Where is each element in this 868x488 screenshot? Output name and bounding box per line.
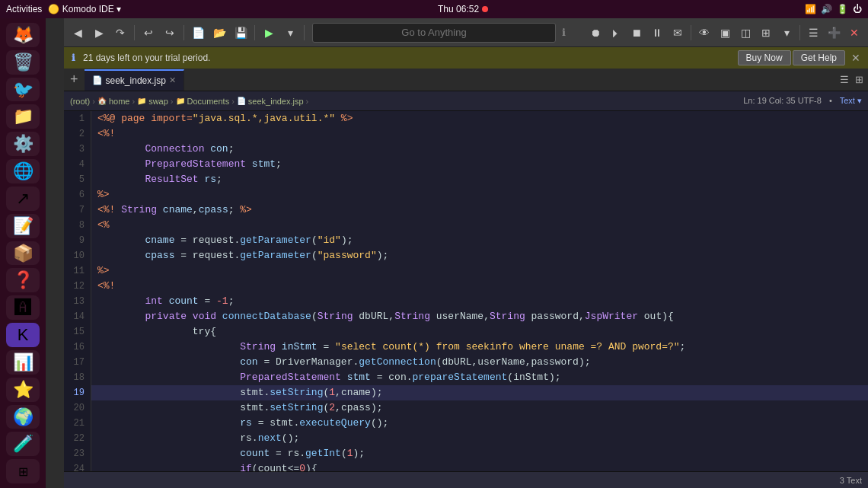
dock-thunderbird[interactable]: 🐦 bbox=[6, 78, 40, 102]
code-line-23: count = rs.getInt(1); bbox=[91, 446, 868, 461]
preview-button[interactable]: 👁 bbox=[695, 24, 713, 42]
ln-23: 23 bbox=[70, 446, 85, 461]
dock-chart[interactable]: 📊 bbox=[6, 350, 40, 375]
code-line-18: PreparedStatement stmt = con.prepareStat… bbox=[91, 370, 868, 385]
breadcrumb-file-icon: 📄 bbox=[237, 97, 246, 105]
record-button[interactable]: ⏺ bbox=[586, 24, 605, 42]
activities-label[interactable]: Activities bbox=[6, 4, 42, 14]
ln-6: 6 bbox=[70, 187, 85, 203]
breadcrumb-docs[interactable]: Documents bbox=[187, 97, 230, 106]
dock-globe[interactable]: 🌐 bbox=[6, 159, 40, 183]
ln-3: 3 bbox=[70, 142, 85, 157]
sep-1: › bbox=[92, 97, 95, 106]
code-line-8: <% bbox=[91, 218, 868, 233]
dock-amazon[interactable]: 🅰 bbox=[6, 295, 40, 320]
code-line-12: <%! bbox=[91, 279, 868, 294]
new-file-button[interactable]: 📄 bbox=[189, 24, 207, 42]
layout1-button[interactable]: ▣ bbox=[716, 24, 734, 42]
tab-bar-icons: ☰ ⊞ bbox=[838, 72, 865, 87]
battery-icon: 🔋 bbox=[837, 4, 848, 14]
nav3-button[interactable]: ↷ bbox=[111, 24, 129, 42]
breadcrumb-file[interactable]: seek_index.jsp bbox=[248, 97, 304, 106]
dock-star[interactable]: ⭐ bbox=[6, 378, 40, 402]
breadcrumb-bar: (root) › 🏠 home › 📁 swap › 📁 Documents ›… bbox=[64, 91, 868, 111]
dock-flask[interactable]: 🧪 bbox=[6, 432, 40, 456]
tab-split-icon[interactable]: ⊞ bbox=[854, 72, 865, 87]
run-button[interactable]: ▶ bbox=[260, 24, 278, 42]
play-button[interactable]: ⏵ bbox=[607, 24, 625, 42]
dock-komodo[interactable]: K bbox=[6, 323, 40, 347]
trial-message: 21 days left on your trial period. bbox=[83, 53, 210, 63]
dock-grid[interactable]: ⊞ bbox=[6, 459, 40, 483]
save-button[interactable]: 💾 bbox=[231, 24, 250, 42]
tab-close-button[interactable]: ✕ bbox=[169, 75, 176, 85]
breadcrumb-root[interactable]: (root) bbox=[70, 97, 90, 106]
add-button[interactable]: ➕ bbox=[825, 24, 843, 42]
os-topbar: Activities 🟡 Komodo IDE ▾ Thu 06:52 📶 🔊 … bbox=[0, 0, 868, 18]
code-editor[interactable]: 1 2 3 4 5 6 7 8 9 10 11 12 13 14 15 16 1… bbox=[64, 111, 868, 471]
code-line-20: stmt.setString(2,cpass); bbox=[91, 400, 868, 416]
code-line-3: Connection con; bbox=[91, 142, 868, 157]
wifi-icon: 📶 bbox=[805, 4, 816, 14]
close-button[interactable]: ✕ bbox=[845, 24, 863, 42]
back-button[interactable]: ◀ bbox=[69, 24, 87, 42]
dropdown-button[interactable]: ▾ bbox=[281, 24, 299, 42]
breadcrumb-home[interactable]: home bbox=[109, 97, 130, 106]
mail-button[interactable]: ✉ bbox=[669, 24, 687, 42]
redo-button[interactable]: ↪ bbox=[161, 24, 179, 42]
filetype-label[interactable]: Text ▾ bbox=[840, 96, 862, 106]
goto-input[interactable] bbox=[312, 23, 556, 43]
code-content[interactable]: <%@ page import="java.sql.*,java.util.*"… bbox=[91, 111, 868, 471]
ln-7: 7 bbox=[70, 203, 85, 218]
forward-button[interactable]: ▶ bbox=[90, 24, 108, 42]
komodo-toolbar: ◀ ▶ ↷ ↩ ↪ 📄 📂 💾 ▶ ▾ ℹ ⏺ ⏵ ⏹ ⏸ ✉ 👁 ▣ ◫ ⊞ … bbox=[64, 18, 868, 47]
ln-11: 11 bbox=[70, 263, 85, 279]
dock-trash[interactable]: 🗑️ bbox=[6, 50, 40, 75]
code-line-11: %> bbox=[91, 263, 868, 279]
tab-seek-index[interactable]: 📄 seek_index.jsp ✕ bbox=[85, 69, 184, 91]
code-line-16: String inStmt = "select count(*) from se… bbox=[91, 340, 868, 355]
undo-button[interactable]: ↩ bbox=[139, 24, 158, 42]
ln-24: 24 bbox=[70, 461, 85, 471]
buy-now-button[interactable]: Buy Now bbox=[738, 50, 791, 65]
ln-10: 10 bbox=[70, 248, 85, 263]
ln-4: 4 bbox=[70, 157, 85, 172]
open-folder-button[interactable]: 📂 bbox=[210, 24, 228, 42]
ln-9: 9 bbox=[70, 233, 85, 248]
layout4-button[interactable]: ▾ bbox=[777, 24, 796, 42]
trial-close-button[interactable]: ✕ bbox=[851, 50, 860, 65]
trial-bar-right: Buy Now Get Help ✕ bbox=[738, 50, 860, 65]
code-line-2: <%! bbox=[91, 126, 868, 142]
dock-writer[interactable]: 📝 bbox=[6, 214, 40, 238]
breadcrumb-swap[interactable]: swap bbox=[148, 97, 168, 106]
power-icon: ⏻ bbox=[853, 4, 862, 14]
ln-18: 18 bbox=[70, 370, 85, 385]
breadcrumb-docs-icon: 📁 bbox=[176, 97, 185, 105]
stop-button[interactable]: ⏹ bbox=[627, 24, 646, 42]
dock-firefox[interactable]: 🦊 bbox=[6, 23, 40, 47]
layout2-button[interactable]: ◫ bbox=[736, 24, 755, 42]
dock-globe2[interactable]: 🌍 bbox=[6, 405, 40, 429]
code-line-21: rs = stmt.executeQuery(); bbox=[91, 416, 868, 431]
sep-4: › bbox=[231, 97, 235, 106]
breadcrumb-swap-icon: 📁 bbox=[137, 97, 146, 105]
layout3-button[interactable]: ⊞ bbox=[757, 24, 775, 42]
ln-1: 1 bbox=[70, 111, 85, 126]
dock-share[interactable]: ↗ bbox=[6, 187, 40, 211]
ln-2: 2 bbox=[70, 126, 85, 142]
sep6 bbox=[799, 25, 800, 40]
dock-help[interactable]: ❓ bbox=[6, 268, 40, 292]
toolbar-right: ⏺ ⏵ ⏹ ⏸ ✉ 👁 ▣ ◫ ⊞ ▾ ☰ ➕ ✕ bbox=[586, 24, 863, 42]
pause-button[interactable]: ⏸ bbox=[648, 24, 666, 42]
dock-settings[interactable]: ⚙️ bbox=[6, 132, 40, 156]
volume-icon: 🔊 bbox=[821, 4, 832, 14]
sep1 bbox=[134, 25, 135, 40]
dock-appstore[interactable]: 📦 bbox=[6, 241, 40, 266]
code-line-13: int count = -1; bbox=[91, 294, 868, 309]
dock-files[interactable]: 📁 bbox=[6, 104, 40, 129]
menu-button[interactable]: ☰ bbox=[804, 24, 822, 42]
add-tab-button[interactable]: + bbox=[67, 72, 81, 88]
get-help-button[interactable]: Get Help bbox=[793, 50, 845, 65]
line-numbers: 1 2 3 4 5 6 7 8 9 10 11 12 13 14 15 16 1… bbox=[64, 111, 91, 471]
tab-list-icon[interactable]: ☰ bbox=[838, 72, 850, 87]
